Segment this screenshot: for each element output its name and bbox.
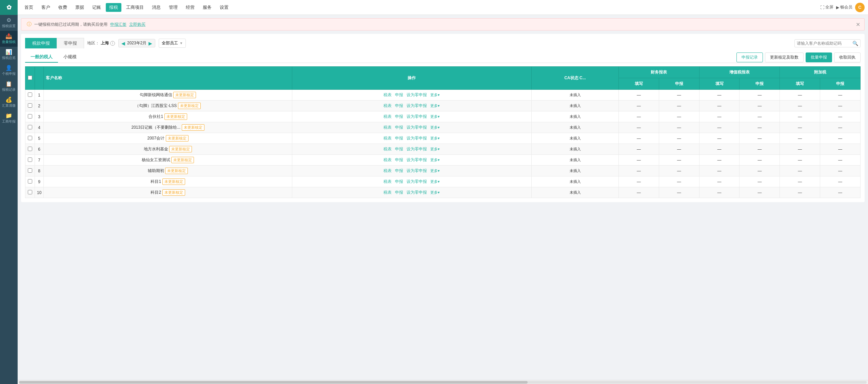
nav-bookkeeping[interactable]: 记账: [89, 3, 104, 12]
nav-settings[interactable]: 设置: [216, 3, 232, 12]
op-apply-1[interactable]: 申报: [395, 103, 403, 108]
op-apply-6[interactable]: 申报: [395, 157, 403, 162]
retrieve-button[interactable]: 收取回执: [834, 52, 861, 62]
period-prev-button[interactable]: ◀: [121, 41, 125, 46]
select-all-checkbox[interactable]: [28, 76, 32, 80]
row-checkbox-6[interactable]: [28, 157, 32, 162]
row-checkbox-9[interactable]: [28, 190, 32, 194]
dept-selector[interactable]: 全部员工 ▼: [159, 39, 186, 48]
search-icon[interactable]: 🔍: [852, 41, 858, 46]
notice-link-buy[interactable]: 立即购买: [129, 22, 145, 27]
sidebar-item-batch-tax[interactable]: 📤 批量报税: [0, 31, 18, 47]
sidebar-item-tax-settings[interactable]: ⚙ 报税设置: [0, 15, 18, 31]
op-tax-0[interactable]: 税表: [383, 92, 392, 97]
op-apply-8[interactable]: 申报: [395, 179, 403, 184]
op-zero-0[interactable]: 设为零申报: [407, 92, 427, 97]
sub-tab-small[interactable]: 小规模: [58, 52, 82, 63]
op-apply-7[interactable]: 申报: [395, 168, 403, 173]
batch-apply-button[interactable]: 批量申报: [806, 52, 832, 62]
op-more-5[interactable]: 更多▾: [430, 147, 440, 151]
op-tax-7[interactable]: 税表: [383, 168, 392, 173]
op-more-6[interactable]: 更多▾: [430, 158, 440, 162]
nav-home[interactable]: 首页: [21, 3, 37, 12]
op-tax-6[interactable]: 税表: [383, 157, 392, 162]
nav-billing[interactable]: 收费: [55, 3, 71, 12]
update-quotas-button[interactable]: 更新核定及取数: [765, 52, 804, 62]
op-apply-5[interactable]: 申报: [395, 147, 403, 151]
op-zero-1[interactable]: 设为零申报: [407, 103, 427, 108]
tax-overview-icon: 📊: [5, 49, 12, 55]
op-apply-2[interactable]: 申报: [395, 114, 403, 119]
op-tax-2[interactable]: 税表: [383, 114, 392, 119]
notice-link-apply[interactable]: 申报汇签: [110, 22, 126, 27]
op-zero-8[interactable]: 设为零申报: [407, 179, 427, 184]
op-tax-9[interactable]: 税表: [383, 190, 392, 195]
sidebar-item-personal-tax[interactable]: 👤 个税申报: [0, 63, 18, 79]
sidebar-item-settlement[interactable]: 💰 汇算清缴: [0, 94, 18, 110]
op-more-0[interactable]: 更多▾: [430, 93, 440, 97]
search-input[interactable]: [797, 41, 851, 46]
op-zero-6[interactable]: 设为零申报: [407, 157, 427, 162]
row-checkbox-2[interactable]: [28, 114, 32, 119]
op-apply-0[interactable]: 申报: [395, 92, 403, 97]
period-next-button[interactable]: ▶: [149, 41, 152, 46]
op-more-2[interactable]: 更多▾: [430, 114, 440, 119]
fullscreen-button[interactable]: ⛶ 全屏: [820, 4, 833, 10]
op-zero-4[interactable]: 设为零申报: [407, 136, 427, 141]
op-apply-4[interactable]: 申报: [395, 136, 403, 141]
op-zero-3[interactable]: 设为零申报: [407, 125, 427, 130]
sidebar-item-tax-records[interactable]: 📋 报税记录: [0, 79, 18, 94]
nav-business[interactable]: 工商项目: [123, 3, 147, 12]
nav-customer[interactable]: 客户: [38, 3, 54, 12]
op-more-8[interactable]: 更多▾: [430, 179, 440, 184]
apply-records-button[interactable]: 申报记录: [736, 52, 763, 62]
op-zero-2[interactable]: 设为零申报: [407, 114, 427, 119]
op-apply-3[interactable]: 申报: [395, 125, 403, 130]
row-ops-9: 税表 申报 设为零申报 更多▾: [292, 187, 532, 198]
op-tax-8[interactable]: 税表: [383, 179, 392, 184]
op-tax-4[interactable]: 税表: [383, 136, 392, 141]
app-logo[interactable]: ✿: [0, 0, 18, 15]
op-more-3[interactable]: 更多▾: [430, 125, 440, 129]
nav-tax[interactable]: 报税: [106, 3, 121, 12]
nav-invoice[interactable]: 票据: [72, 3, 87, 12]
row-checkbox-3[interactable]: [28, 125, 32, 129]
sidebar-item-business-annual[interactable]: 📁 工商年报: [0, 110, 18, 126]
tab-zero-declare[interactable]: 零申报: [57, 38, 84, 48]
row-checkbox-5[interactable]: [28, 147, 32, 151]
op-more-9[interactable]: 更多▾: [430, 190, 440, 194]
op-tax-1[interactable]: 税表: [383, 103, 392, 108]
region-info-icon[interactable]: i: [110, 41, 115, 46]
avatar-button[interactable]: C: [855, 3, 865, 12]
row-checkbox-0[interactable]: [28, 92, 32, 97]
table-row: 8 辅助期初 未更新核定 税表 申报 设为零申报 更多▾ 未插入 — — — —…: [25, 166, 861, 176]
row-checkbox-4[interactable]: [28, 136, 32, 140]
op-zero-5[interactable]: 设为零申报: [407, 147, 427, 151]
main-area: 首页 客户 收费 票据 记账 报税 工商项目 消息 管理 经营 服务 设置 ⛶ …: [18, 0, 868, 384]
op-more-4[interactable]: 更多▾: [430, 136, 440, 140]
op-more-7[interactable]: 更多▾: [430, 169, 440, 173]
nav-management[interactable]: 管理: [165, 3, 181, 12]
op-zero-7[interactable]: 设为零申报: [407, 168, 427, 173]
row-fa-3: —: [659, 122, 699, 133]
nav-service[interactable]: 服务: [199, 3, 215, 12]
sidebar-item-tax-overview[interactable]: 📊 报税总览: [0, 47, 18, 63]
member-button[interactable]: ▶ 畅会员: [836, 4, 852, 10]
nav-message[interactable]: 消息: [149, 3, 164, 12]
op-zero-9[interactable]: 设为零申报: [407, 190, 427, 195]
op-more-1[interactable]: 更多▾: [430, 104, 440, 108]
nav-operation[interactable]: 经营: [182, 3, 198, 12]
tab-tax-declare[interactable]: 税款申报: [25, 38, 57, 48]
row-ca-0: 未插入: [532, 90, 619, 101]
row-checkbox-8[interactable]: [28, 179, 32, 184]
row-checkbox-1[interactable]: [28, 103, 32, 108]
op-tax-5[interactable]: 税表: [383, 147, 392, 151]
op-apply-9[interactable]: 申报: [395, 190, 403, 195]
bottom-scrollbar[interactable]: [18, 380, 868, 384]
sub-tab-general[interactable]: 一般的税人: [25, 52, 58, 63]
notice-close-button[interactable]: ✕: [856, 21, 860, 28]
row-ta-0: —: [739, 90, 780, 101]
table-row: 4 2013日记账（不要删除给... 未更新核定 税表 申报 设为零申报 更多▾…: [25, 122, 861, 133]
row-checkbox-7[interactable]: [28, 168, 32, 173]
op-tax-3[interactable]: 税表: [383, 125, 392, 130]
